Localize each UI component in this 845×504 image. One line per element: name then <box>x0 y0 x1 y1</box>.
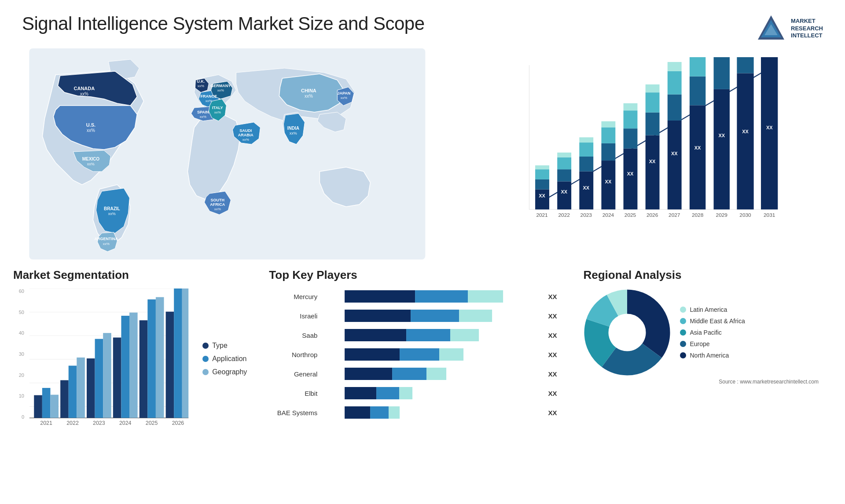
svg-rect-144 <box>345 387 376 399</box>
svg-rect-73 <box>645 84 659 92</box>
legend-europe: Europe <box>680 340 745 347</box>
svg-text:xx%: xx% <box>214 207 221 211</box>
svg-rect-130 <box>415 290 468 303</box>
svg-text:ARGENTINA: ARGENTINA <box>95 237 118 241</box>
svg-text:ARABIA: ARABIA <box>238 133 254 137</box>
svg-rect-64 <box>623 149 637 209</box>
logo: MARKET RESEARCH INTELLECT <box>756 13 823 44</box>
svg-rect-111 <box>87 358 95 418</box>
svg-rect-129 <box>345 290 415 303</box>
svg-text:2024: 2024 <box>119 420 132 426</box>
svg-text:CHINA: CHINA <box>301 88 316 93</box>
svg-text:2026: 2026 <box>172 420 184 426</box>
svg-rect-132 <box>345 310 411 322</box>
svg-rect-148 <box>370 406 389 419</box>
svg-rect-48 <box>557 157 571 169</box>
svg-text:xx%: xx% <box>290 131 297 135</box>
world-map-section: CANADA xx% U.S. xx% MEXICO xx% BRAZIL xx… <box>9 48 446 259</box>
svg-rect-118 <box>147 299 156 418</box>
svg-text:U.S.: U.S. <box>86 122 96 128</box>
list-item: BAE Systems XX <box>269 405 561 420</box>
bottom-row: Market Segmentation 60 50 40 30 20 10 0 <box>0 259 845 449</box>
svg-rect-55 <box>579 137 593 142</box>
svg-rect-147 <box>345 406 370 419</box>
legend-dot-type <box>202 343 209 349</box>
bar-chart-section: XX 2021 XX 2022 XX 2023 <box>455 48 836 259</box>
list-item: Mercury XX <box>269 289 561 304</box>
svg-rect-46 <box>557 181 571 209</box>
legend-middle-east-africa: Middle East & Africa <box>680 318 745 325</box>
bar-chart-svg: XX 2021 XX 2022 XX 2023 <box>463 57 827 237</box>
svg-rect-95 <box>761 57 778 209</box>
svg-text:2030: 2030 <box>739 212 751 218</box>
svg-text:XX: XX <box>605 179 611 184</box>
svg-rect-114 <box>113 337 121 418</box>
svg-rect-121 <box>174 289 182 418</box>
svg-text:2022: 2022 <box>66 420 79 426</box>
svg-text:ITALY: ITALY <box>212 106 223 110</box>
svg-rect-120 <box>166 312 174 418</box>
svg-rect-71 <box>645 113 659 135</box>
svg-text:XX: XX <box>718 133 725 138</box>
svg-rect-137 <box>450 329 479 341</box>
svg-text:JAPAN: JAPAN <box>337 91 350 95</box>
svg-rect-79 <box>667 62 681 71</box>
svg-rect-76 <box>667 121 681 209</box>
svg-rect-117 <box>140 320 148 418</box>
page-title: Signal Intelligence System Market Size a… <box>22 13 425 34</box>
svg-rect-138 <box>345 348 400 361</box>
players-section: Top Key Players Mercury XX Israeli <box>260 264 570 449</box>
svg-rect-92 <box>737 57 753 73</box>
svg-text:2031: 2031 <box>764 212 775 218</box>
svg-text:BRAZIL: BRAZIL <box>104 206 120 211</box>
svg-text:2027: 2027 <box>669 212 680 218</box>
svg-rect-42 <box>535 169 549 179</box>
svg-rect-87 <box>713 89 729 209</box>
svg-rect-134 <box>459 310 492 322</box>
svg-rect-70 <box>645 135 659 210</box>
regional-section: Regional Analysis <box>579 264 836 449</box>
svg-rect-146 <box>399 387 412 399</box>
svg-rect-65 <box>623 128 637 149</box>
svg-rect-115 <box>121 316 129 418</box>
svg-rect-83 <box>690 77 705 106</box>
svg-rect-49 <box>557 153 571 157</box>
svg-text:xx%: xx% <box>217 88 224 92</box>
svg-rect-52 <box>579 172 593 210</box>
svg-rect-108 <box>60 380 69 418</box>
svg-rect-53 <box>579 157 593 172</box>
svg-text:xx%: xx% <box>87 128 95 133</box>
svg-text:SOUTH: SOUTH <box>211 198 225 202</box>
svg-rect-122 <box>182 289 188 418</box>
svg-text:SAUDI: SAUDI <box>239 128 252 133</box>
svg-rect-91 <box>737 73 753 209</box>
legend-dot-geography <box>202 369 209 375</box>
svg-text:2028: 2028 <box>692 212 704 218</box>
world-map-svg: CANADA xx% U.S. xx% MEXICO xx% BRAZIL xx… <box>9 48 446 259</box>
svg-text:2025: 2025 <box>625 212 636 218</box>
legend-latin-america: Latin America <box>680 306 745 313</box>
legend-type: Type <box>202 342 247 350</box>
svg-text:2021: 2021 <box>536 212 547 218</box>
svg-rect-109 <box>69 365 77 418</box>
svg-rect-110 <box>77 358 85 418</box>
svg-rect-143 <box>426 368 446 380</box>
svg-point-155 <box>609 314 646 351</box>
svg-rect-54 <box>579 142 593 157</box>
svg-rect-105 <box>34 395 42 418</box>
svg-text:2022: 2022 <box>558 212 569 218</box>
svg-rect-61 <box>601 121 615 128</box>
svg-text:XX: XX <box>627 171 633 176</box>
legend-asia-pacific: Asia Pacific <box>680 329 745 336</box>
svg-rect-88 <box>713 57 729 89</box>
svg-text:FRANCE: FRANCE <box>201 94 217 99</box>
svg-text:XX: XX <box>671 151 678 156</box>
dot-middle-east-africa <box>680 318 686 324</box>
svg-text:2029: 2029 <box>716 212 727 218</box>
svg-text:XX: XX <box>561 189 567 194</box>
list-item: Saab XX <box>269 327 561 343</box>
svg-text:xx%: xx% <box>108 212 116 216</box>
svg-text:xx%: xx% <box>305 94 313 99</box>
list-item: General XX <box>269 366 561 382</box>
svg-text:GERMANY: GERMANY <box>210 84 231 88</box>
